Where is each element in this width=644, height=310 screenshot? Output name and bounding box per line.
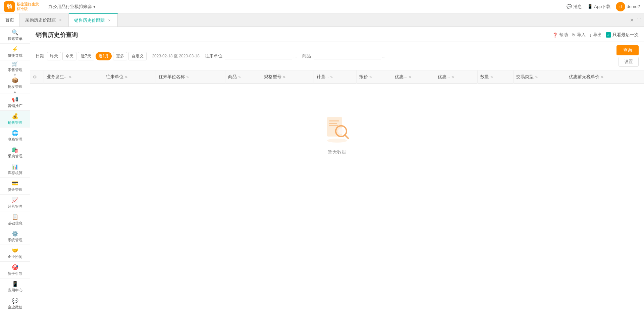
- sidebar-item-system[interactable]: ⚙️ 系统管理: [0, 228, 30, 245]
- main-layout: 🔍 搜索菜单 ⚡ 快捷导航 🛒 零售管理 ▾ 📦 批发管理 ▲ 📢 营销推广 💰…: [0, 27, 644, 310]
- tab-sales-history[interactable]: 销售历史价跟踪 ×: [69, 13, 118, 27]
- partner-input[interactable]: [225, 53, 292, 59]
- sidebar-item-quick-nav[interactable]: ⚡ 快捷导航: [0, 44, 30, 60]
- sidebar-item-retail[interactable]: 🛒 零售管理 ▾: [0, 60, 30, 77]
- col-price-label: 报价: [359, 74, 368, 80]
- tab-bar-actions: ✕ ⛶: [627, 13, 644, 27]
- col-trade-type[interactable]: 交易类型 ⇅: [513, 70, 566, 84]
- table-container[interactable]: ⚙ 业务发生... ⇅ 往来单位 ⇅: [30, 70, 644, 310]
- date-btn-1month[interactable]: 近1月: [96, 52, 112, 60]
- product-input[interactable]: [314, 53, 381, 59]
- wholesale-expand-icon: ▲: [13, 90, 17, 94]
- col-spec[interactable]: 规格型号 ⇅: [261, 70, 314, 84]
- date-btn-custom[interactable]: 自定义: [128, 52, 147, 60]
- col-product-label: 商品: [228, 74, 237, 80]
- wholesale-icon: 📦: [12, 77, 18, 84]
- tab-purchase-history[interactable]: 采购历史价跟踪 ×: [20, 13, 69, 27]
- app-download-button[interactable]: 📱 App下载: [587, 4, 610, 10]
- col-discount2[interactable]: 优惠... ⇅: [435, 70, 477, 84]
- col-partner-code-sort: ⇅: [125, 75, 127, 79]
- sidebar-item-label-enterprise: 企业协同: [8, 255, 22, 259]
- col-biz-date[interactable]: 业务发生... ⇅: [44, 70, 103, 84]
- sidebar-item-label-wholesale: 批发管理: [8, 85, 22, 89]
- table-body: 暂无数据: [30, 84, 644, 183]
- partner-filter-group: 往来单位 ...: [205, 53, 297, 59]
- tab-sales-history-label: 销售历史价跟踪: [74, 17, 105, 23]
- message-button[interactable]: 💬 消息: [567, 4, 582, 10]
- col-unit-label: 计量...: [317, 74, 329, 80]
- page-title: 销售历史价查询: [36, 31, 78, 39]
- empty-state-row: 暂无数据: [30, 84, 644, 183]
- sidebar-item-app-center[interactable]: 📱 应用中心: [0, 278, 30, 295]
- sidebar-item-wholesale[interactable]: 📦 批发管理 ▲: [0, 77, 30, 94]
- col-unit[interactable]: 计量... ⇅: [314, 70, 356, 84]
- sidebar-item-inventory[interactable]: 📊 库存核算: [0, 161, 30, 178]
- partner-dots-button[interactable]: ...: [293, 54, 297, 58]
- import-label: 导入: [577, 32, 586, 38]
- sidebar-item-ecommerce[interactable]: 🌐 电商管理: [0, 127, 30, 144]
- svg-rect-4: [329, 125, 338, 126]
- col-price[interactable]: 报价 ⇅: [356, 70, 392, 84]
- inventory-icon: 📊: [12, 163, 18, 170]
- col-discount1-label: 优惠...: [395, 74, 407, 80]
- sidebar-item-label-retail: 零售管理: [8, 68, 22, 72]
- maximize-button[interactable]: ⛶: [637, 17, 641, 23]
- data-table: ⚙ 业务发生... ⇅ 往来单位 ⇅: [30, 70, 644, 182]
- sidebar-item-label-quick: 快捷导航: [8, 53, 22, 58]
- svg-point-0: [327, 139, 347, 143]
- col-partner-name-label: 往来单位名称: [159, 74, 185, 80]
- sidebar-item-operation[interactable]: 📈 经营管理: [0, 195, 30, 211]
- sidebar-item-marketing[interactable]: 📢 营销推广: [0, 94, 30, 111]
- avatar: d: [616, 2, 625, 11]
- tab-home[interactable]: 首页: [0, 13, 20, 27]
- close-all-tabs-button[interactable]: ✕: [630, 17, 634, 23]
- search-icon: 🔍: [12, 29, 18, 36]
- message-label: 消息: [573, 4, 582, 10]
- table-header: ⚙ 业务发生... ⇅ 往来单位 ⇅: [30, 70, 644, 84]
- sidebar-item-search-menu[interactable]: 🔍 搜索菜单: [0, 27, 30, 44]
- col-quantity[interactable]: 数量 ⇅: [478, 70, 513, 84]
- settings-button[interactable]: 设置: [619, 57, 639, 67]
- query-button[interactable]: 查询: [616, 45, 639, 55]
- col-discount2-label: 优惠...: [438, 74, 450, 80]
- col-discount1[interactable]: 优惠... ⇅: [392, 70, 435, 84]
- col-pre-tax-price-label: 优惠前无税单价: [569, 74, 599, 80]
- import-button[interactable]: ↻ 导入: [572, 32, 586, 38]
- sidebar-item-guide[interactable]: 🎯 新手引导: [0, 262, 30, 278]
- column-settings-icon[interactable]: ⚙: [33, 74, 37, 80]
- col-partner-code[interactable]: 往来单位 ⇅: [103, 70, 156, 84]
- date-btn-today[interactable]: 今天: [62, 52, 76, 60]
- col-price-sort: ⇅: [369, 75, 372, 79]
- svg-rect-2: [329, 120, 339, 121]
- export-button[interactable]: ↓ 导出: [590, 32, 602, 38]
- company-selector[interactable]: 办公用品行业模拟账套 ▾: [48, 4, 96, 10]
- help-button[interactable]: ❓ 帮助: [552, 32, 568, 38]
- date-btn-more[interactable]: 更多: [113, 52, 127, 60]
- tab-sales-history-close[interactable]: ×: [107, 18, 112, 23]
- date-btn-yesterday[interactable]: 昨天: [47, 52, 61, 60]
- only-last-checkbox[interactable]: ✓: [606, 32, 611, 38]
- basic-info-icon: 📋: [12, 214, 18, 220]
- col-partner-name[interactable]: 往来单位名称 ⇅: [156, 70, 225, 84]
- col-pre-tax-price[interactable]: 优惠前无税单价 ⇅: [566, 70, 644, 84]
- sidebar-item-wechat[interactable]: 💬 企业微信: [0, 295, 30, 310]
- sidebar-item-label-search: 搜索菜单: [8, 37, 22, 41]
- product-dots-button[interactable]: ...: [382, 54, 385, 58]
- date-range-display: 2023-02-18 至 2023-03-18: [152, 53, 199, 59]
- date-btn-7days[interactable]: 近7天: [78, 52, 94, 60]
- sidebar-item-label-ecommerce: 电商管理: [8, 137, 22, 142]
- user-profile[interactable]: d demo2: [616, 2, 640, 11]
- sidebar-item-finance[interactable]: 💳 资金管理: [0, 178, 30, 195]
- sidebar-item-basic-info[interactable]: 📋 基础信息: [0, 211, 30, 228]
- col-product[interactable]: 商品 ⇅: [225, 70, 261, 84]
- sidebar-item-enterprise[interactable]: 🤝 企业协同: [0, 245, 30, 262]
- col-biz-date-label: 业务发生...: [47, 74, 68, 80]
- col-discount2-sort: ⇅: [451, 75, 454, 79]
- col-partner-code-label: 往来单位: [106, 74, 123, 80]
- sidebar-item-label-inventory: 库存核算: [8, 171, 22, 175]
- col-unit-sort: ⇅: [330, 75, 333, 79]
- tab-purchase-history-close[interactable]: ×: [58, 17, 63, 23]
- sidebar-item-sales-mgmt[interactable]: 💰 销售管理: [0, 111, 30, 127]
- sidebar-item-purchase-mgmt[interactable]: 🛍️ 采购管理: [0, 144, 30, 161]
- partner-input-group: ...: [225, 53, 297, 59]
